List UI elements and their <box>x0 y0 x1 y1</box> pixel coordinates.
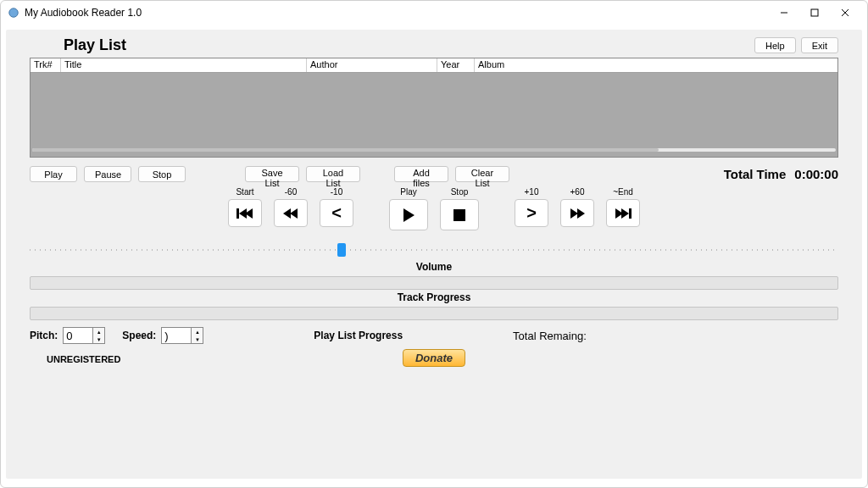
svg-marker-6 <box>239 208 247 219</box>
add-files-button[interactable]: Add files <box>394 166 448 182</box>
col-author[interactable]: Author <box>307 58 437 72</box>
minimize-button[interactable] <box>769 3 799 23</box>
playlist-header: Trk# Title Author Year Album <box>31 58 837 73</box>
app-icon <box>8 7 19 19</box>
col-trk[interactable]: Trk# <box>31 58 61 72</box>
svg-rect-11 <box>453 209 465 221</box>
col-year[interactable]: Year <box>437 58 475 72</box>
client-area: Play List Help Exit Trk# Title Author Ye… <box>6 30 862 479</box>
total-time-value: 0:00:00 <box>794 167 838 181</box>
stop-label: Stop <box>451 187 469 199</box>
svg-marker-8 <box>283 208 291 219</box>
end-button[interactable] <box>606 199 640 227</box>
app-window: My Audiobook Reader 1.0 Play List Help E… <box>0 0 868 488</box>
svg-point-0 <box>9 8 19 18</box>
pitch-stepper[interactable]: ▲▼ <box>63 327 105 344</box>
col-album[interactable]: Album <box>475 58 837 72</box>
back10-button[interactable]: < <box>320 199 353 227</box>
svg-marker-10 <box>403 208 415 222</box>
svg-line-4 <box>842 9 849 16</box>
load-list-button[interactable]: Load List <box>306 166 360 182</box>
clear-list-button[interactable]: Clear List <box>455 166 509 182</box>
back10-label: -10 <box>331 187 342 199</box>
speed-input[interactable] <box>161 327 192 344</box>
app-title: My Audiobook Reader 1.0 <box>25 7 769 19</box>
speed-down[interactable]: ▼ <box>192 336 203 343</box>
svg-marker-12 <box>570 208 578 219</box>
playlist-hscroll[interactable] <box>32 146 836 155</box>
pitch-down[interactable]: ▼ <box>93 336 104 343</box>
play-button[interactable]: Play <box>30 166 77 182</box>
svg-marker-13 <box>577 208 585 219</box>
speed-label: Speed: <box>122 330 156 341</box>
playlist-progress-bar[interactable] <box>30 307 838 320</box>
svg-marker-9 <box>290 208 298 219</box>
total-remaining-label: Total Remaing: <box>513 330 587 342</box>
back60-button[interactable] <box>274 199 308 227</box>
fwd60-button[interactable] <box>560 199 594 227</box>
window-controls <box>769 3 860 23</box>
donate-button[interactable]: Donate <box>403 349 465 367</box>
total-time-label: Total Time <box>724 167 787 181</box>
svg-marker-15 <box>621 208 629 219</box>
svg-marker-14 <box>615 208 623 219</box>
svg-rect-5 <box>236 208 239 219</box>
svg-marker-7 <box>245 208 253 219</box>
speed-up[interactable]: ▲ <box>192 328 203 336</box>
track-progress-label: Track Progress <box>30 291 838 303</box>
play-label: Play <box>400 187 416 199</box>
donate-area: Donate <box>403 349 465 367</box>
svg-rect-2 <box>811 9 818 16</box>
transport-controls: Start -60 -10 < Play Stop +10 > +60 ~End <box>30 187 838 230</box>
maximize-button[interactable] <box>799 3 830 23</box>
start-button[interactable] <box>228 199 262 227</box>
titlebar[interactable]: My Audiobook Reader 1.0 <box>1 1 867 25</box>
col-title[interactable]: Title <box>61 58 307 72</box>
save-list-button[interactable]: Save List <box>245 166 299 182</box>
volume-slider[interactable] <box>30 242 838 259</box>
stop-button[interactable]: Stop <box>138 166 186 182</box>
help-button[interactable]: Help <box>754 37 796 53</box>
svg-line-3 <box>842 9 849 16</box>
svg-rect-16 <box>629 208 632 219</box>
speed-stepper[interactable]: ▲▼ <box>161 327 203 344</box>
playlist-table[interactable]: Trk# Title Author Year Album <box>30 58 838 158</box>
fwd10-button[interactable]: > <box>515 199 548 227</box>
pitch-input[interactable] <box>63 327 93 344</box>
back60-label: -60 <box>285 187 297 199</box>
track-progress-bar[interactable] <box>30 276 838 290</box>
exit-button[interactable]: Exit <box>801 37 838 53</box>
transport-stop-button[interactable] <box>440 199 479 230</box>
playlist-progress-label: Play List Progress <box>314 330 403 341</box>
start-label: Start <box>236 187 253 199</box>
pitch-label: Pitch: <box>30 330 58 341</box>
fwd10-label: +10 <box>525 187 539 199</box>
volume-label: Volume <box>30 261 838 273</box>
end-label: ~End <box>613 187 633 199</box>
pause-button[interactable]: Pause <box>84 166 131 182</box>
fwd60-label: +60 <box>570 187 585 199</box>
volume-thumb[interactable] <box>337 243 346 257</box>
close-button[interactable] <box>830 3 860 23</box>
transport-play-button[interactable] <box>389 199 428 230</box>
pitch-up[interactable]: ▲ <box>93 328 104 336</box>
playlist-body[interactable] <box>31 73 837 144</box>
playlist-heading: Play List <box>64 36 126 54</box>
